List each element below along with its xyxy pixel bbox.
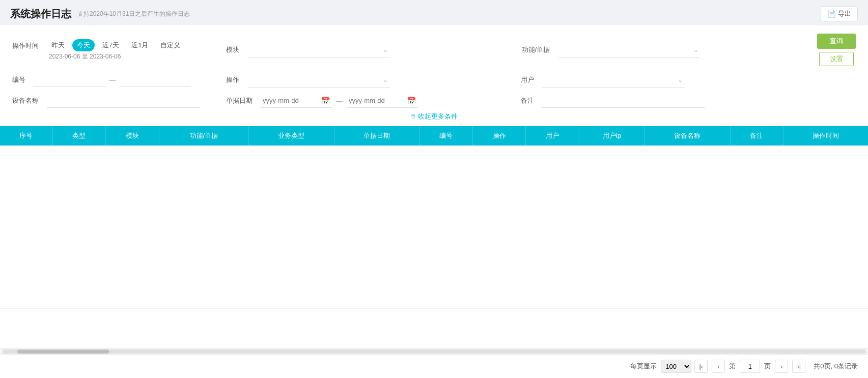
time-buttons: 昨天 今天 近7天 近1月 自定义	[47, 39, 185, 51]
time-btn-7days[interactable]: 近7天	[98, 39, 124, 51]
operation-select-wrap: ⌄	[247, 72, 390, 88]
date-from-wrap: 📅	[261, 94, 332, 108]
next-page-button[interactable]: ›	[775, 360, 788, 373]
date-dash: —	[336, 97, 343, 105]
col-number: 编号	[419, 126, 472, 146]
last-page-button[interactable]: ›|	[792, 360, 805, 373]
collapse-label: 收起更多条件	[418, 112, 458, 121]
table-wrap: 序号 类型 模块 功能/单据 业务类型 单据日期 编号 操作 用户 用户ip 设…	[0, 126, 868, 348]
number-to-input[interactable]	[120, 73, 191, 87]
query-button[interactable]: 查询	[817, 34, 856, 49]
col-module: 模块	[106, 126, 159, 146]
function-select[interactable]	[558, 42, 701, 57]
first-page-button[interactable]: |‹	[694, 360, 708, 373]
page-number-input[interactable]	[740, 360, 760, 373]
col-voucher-date: 单据日期	[334, 126, 419, 146]
page-title: 系统操作日志	[10, 7, 71, 21]
filter-section: 操作时间 昨天 今天 近7天 近1月 自定义 2023-06-06 至 2023…	[0, 25, 868, 126]
col-device-name: 设备名称	[645, 126, 730, 146]
remark-input[interactable]	[542, 94, 705, 108]
module-label: 模块	[226, 45, 243, 54]
time-btn-today[interactable]: 今天	[72, 39, 95, 51]
collapse-up-icon: ⤊	[410, 113, 416, 121]
col-op-time: 操作时间	[783, 126, 868, 146]
function-label: 功能/单据	[522, 45, 554, 54]
page-size-select[interactable]: 100 50 200	[661, 360, 691, 373]
page-subtitle: 支持2020年10月31日之后产生的操作日志	[77, 10, 190, 18]
export-icon: 📄	[827, 10, 836, 18]
col-user: 用户	[526, 126, 579, 146]
prev-page-button[interactable]: ‹	[712, 360, 725, 373]
date-to-wrap: 📅	[347, 94, 418, 108]
user-select-wrap: ⌄	[542, 72, 685, 88]
table-body	[0, 146, 868, 308]
col-remark: 备注	[730, 126, 783, 146]
time-btn-1month[interactable]: 近1月	[127, 39, 153, 51]
collapse-row: ⤊ 收起更多条件	[12, 110, 856, 122]
col-index: 序号	[0, 126, 52, 146]
table-header: 序号 类型 模块 功能/单据 业务类型 单据日期 编号 操作 用户 用户ip 设…	[0, 126, 868, 146]
filter-row-2: 编号 — 操作 ⌄ 用户	[12, 72, 856, 88]
operation-select[interactable]	[247, 72, 390, 88]
device-label: 设备名称	[12, 96, 43, 105]
pagination-bar: 每页显示 100 50 200 ⌄ |‹ ‹ 第 页 › ›| 共0页, 0条记…	[0, 354, 868, 378]
data-table: 序号 类型 模块 功能/单据 业务类型 单据日期 编号 操作 用户 用户ip 设…	[0, 126, 868, 309]
remark-label: 备注	[521, 96, 538, 105]
time-btn-custom[interactable]: 自定义	[156, 39, 185, 51]
page-size-label: 每页显示	[630, 362, 657, 371]
table-header-row: 序号 类型 模块 功能/单据 业务类型 单据日期 编号 操作 用户 用户ip 设…	[0, 126, 868, 146]
device-input[interactable]	[47, 94, 200, 108]
module-select-wrap: ⌄	[247, 42, 390, 57]
settings-button[interactable]: 设置	[819, 52, 854, 66]
scrollbar-thumb[interactable]	[17, 350, 109, 354]
collapse-button[interactable]: ⤊ 收起更多条件	[410, 112, 458, 121]
export-label: 导出	[838, 9, 851, 18]
number-from-input[interactable]	[34, 73, 105, 87]
time-btn-yesterday[interactable]: 昨天	[47, 39, 69, 51]
filter-row-1: 操作时间 昨天 今天 近7天 近1月 自定义 2023-06-06 至 2023…	[12, 34, 856, 66]
time-label: 操作时间	[12, 39, 43, 50]
empty-row	[0, 146, 868, 308]
voucher-date-label: 单据日期	[226, 96, 257, 105]
operation-label: 操作	[226, 75, 243, 84]
col-operation: 操作	[472, 126, 525, 146]
user-label: 用户	[521, 75, 538, 84]
col-type: 类型	[52, 126, 105, 146]
scrollbar-area[interactable]	[0, 348, 868, 354]
user-select[interactable]	[542, 72, 685, 88]
number-dash: —	[109, 76, 116, 84]
col-function: 功能/单据	[159, 126, 248, 146]
function-select-wrap: ⌄	[558, 42, 701, 57]
scrollbar-track	[2, 350, 866, 354]
action-buttons: 查询 设置	[817, 34, 856, 66]
page-container: 系统操作日志 支持2020年10月31日之后产生的操作日志 📄 导出 操作时间 …	[0, 0, 868, 378]
total-info: 共0页, 0条记录	[814, 362, 858, 371]
filter-row-3: 设备名称 单据日期 📅 — 📅 备注	[12, 94, 856, 108]
date-range-display: 2023-06-06 至 2023-06-06	[49, 53, 121, 60]
number-label: 编号	[12, 75, 30, 84]
page-label: 页	[764, 362, 771, 371]
export-button[interactable]: 📄 导出	[821, 6, 858, 21]
cal-from-icon[interactable]: 📅	[321, 97, 330, 105]
col-user-ip: 用户ip	[579, 126, 645, 146]
empty-cell	[0, 146, 868, 308]
module-select[interactable]	[247, 42, 390, 57]
cal-to-icon[interactable]: 📅	[407, 97, 416, 105]
col-biz-type: 业务类型	[249, 126, 334, 146]
page-header: 系统操作日志 支持2020年10月31日之后产生的操作日志 📄 导出	[0, 0, 868, 25]
page-word: 第	[729, 362, 736, 371]
